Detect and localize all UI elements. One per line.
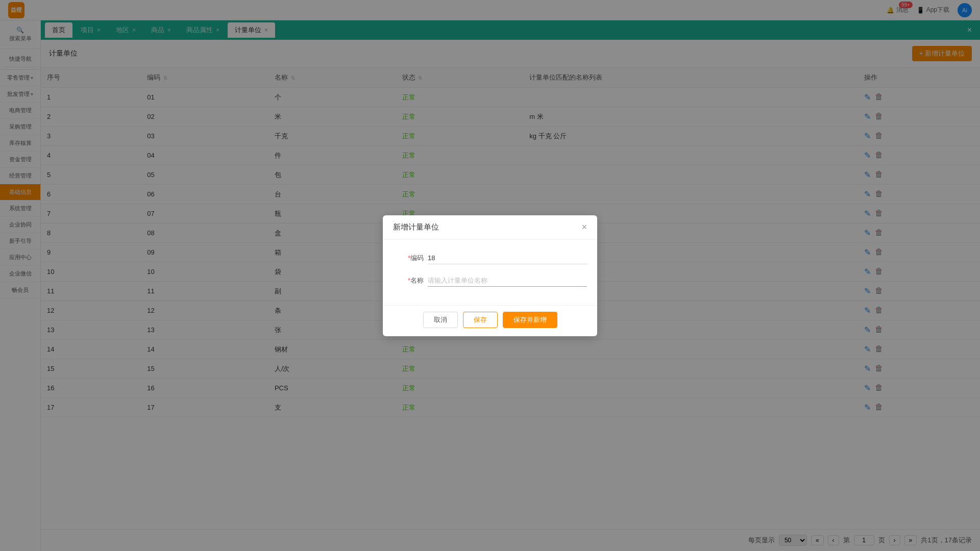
code-input[interactable] [428, 252, 587, 264]
code-label: *编码 [393, 254, 424, 263]
name-label: *名称 [393, 276, 424, 285]
modal-overlay[interactable]: 新增计量单位 × *编码 *名称 取消 保存 保存并新增 [0, 0, 980, 551]
save-button[interactable]: 保存 [463, 312, 498, 328]
name-input[interactable] [428, 274, 587, 287]
form-row-name: *名称 [393, 274, 587, 287]
modal-body: *编码 *名称 [383, 240, 597, 305]
required-star: * [408, 254, 410, 262]
add-unit-modal: 新增计量单位 × *编码 *名称 取消 保存 保存并新增 [383, 215, 597, 336]
save-and-new-button[interactable]: 保存并新增 [503, 312, 557, 328]
cancel-button[interactable]: 取消 [423, 312, 458, 328]
modal-header: 新增计量单位 × [383, 215, 597, 240]
required-star-name: * [408, 277, 410, 284]
modal-footer: 取消 保存 保存并新增 [383, 305, 597, 336]
modal-close-button[interactable]: × [581, 222, 587, 232]
form-row-code: *编码 [393, 252, 587, 264]
modal-title: 新增计量单位 [393, 222, 439, 232]
